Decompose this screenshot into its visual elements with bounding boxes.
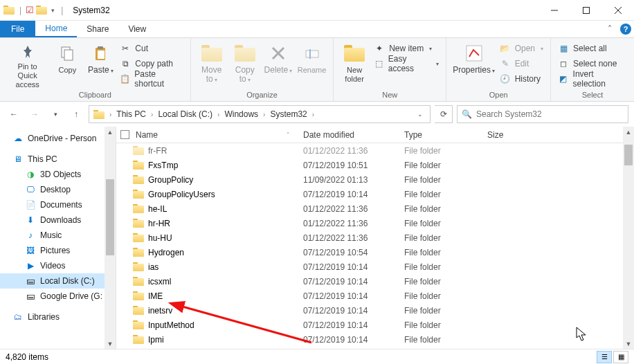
select-all-button[interactable]: ▦Select all: [555, 41, 630, 56]
open-button[interactable]: 📂Open▾: [497, 41, 546, 56]
paste-shortcut-button[interactable]: 📋Paste shortcut: [117, 71, 185, 87]
chevron-right-icon[interactable]: ›: [261, 111, 267, 118]
open-icon: 📂: [500, 43, 511, 54]
folder-icon: [133, 335, 144, 344]
nav-onedrive[interactable]: ☁OneDrive - Person: [0, 131, 116, 146]
table-row[interactable]: ias07/12/2019 10:14File folder: [116, 260, 634, 274]
nav-pictures[interactable]: 🖼Pictures: [0, 243, 116, 258]
table-row[interactable]: hu-HU01/12/2022 11:36File folder: [116, 230, 634, 245]
recent-locations-button[interactable]: ▾: [47, 106, 64, 122]
file-type: File folder: [397, 335, 480, 345]
nav-this-pc[interactable]: 🖥This PC: [0, 152, 116, 167]
forward-button[interactable]: →: [26, 106, 43, 122]
delete-button[interactable]: Delete▾: [262, 39, 295, 89]
table-row[interactable]: fr-FR01/12/2022 11:36File folder: [116, 143, 634, 158]
qat-checkbox-icon[interactable]: ☑: [26, 5, 34, 15]
invert-selection-button[interactable]: ◩Invert selection: [555, 71, 630, 87]
thumbnails-view-button[interactable]: ▦: [613, 351, 628, 363]
tab-file[interactable]: File: [0, 21, 35, 37]
tab-home[interactable]: Home: [35, 21, 77, 37]
chevron-right-icon[interactable]: ›: [149, 111, 155, 118]
breadcrumb-system32[interactable]: System32: [267, 109, 309, 119]
nav-scrollbar[interactable]: ▲ ▼: [105, 127, 116, 349]
tab-share[interactable]: Share: [77, 21, 118, 37]
column-date[interactable]: Date modified: [296, 127, 397, 143]
paste-button[interactable]: Paste▾: [84, 39, 117, 89]
column-type[interactable]: Type: [397, 127, 480, 143]
edit-button[interactable]: ✎Edit: [497, 56, 546, 71]
qat-dropdown-icon[interactable]: ▾: [49, 7, 57, 14]
table-row[interactable]: inetsrv07/12/2019 10:14File folder: [116, 303, 634, 318]
scroll-thumb[interactable]: [106, 179, 114, 255]
address-bar[interactable]: › This PC › Local Disk (C:) › Windows › …: [89, 105, 431, 123]
clipboard-group-label: Clipboard: [0, 89, 190, 101]
table-row[interactable]: icsxml07/12/2019 10:14File folder: [116, 274, 634, 289]
nav-libraries[interactable]: 🗂Libraries: [0, 309, 116, 325]
breadcrumb-local-disk[interactable]: Local Disk (C:): [155, 109, 215, 119]
onedrive-icon: ☁: [12, 133, 24, 144]
table-row[interactable]: FxsTmp07/12/2019 10:51File folder: [116, 158, 634, 172]
table-row[interactable]: InputMethod07/12/2019 10:14File folder: [116, 318, 634, 332]
copy-to-button[interactable]: Copy to▾: [228, 39, 262, 89]
file-date: 11/09/2022 01:13: [296, 175, 397, 185]
scroll-thumb[interactable]: [624, 145, 633, 165]
search-input[interactable]: [476, 109, 624, 119]
table-row[interactable]: GroupPolicyUsers07/12/2019 10:14File fol…: [116, 187, 634, 201]
search-box[interactable]: 🔍: [457, 105, 628, 123]
table-row[interactable]: Ipmi07/12/2019 10:14File folder: [116, 332, 634, 347]
table-row[interactable]: hr-HR01/12/2022 11:36File folder: [116, 216, 634, 230]
nav-videos[interactable]: ▶Videos: [0, 258, 116, 273]
column-size[interactable]: Size: [480, 127, 550, 143]
nav-documents[interactable]: 📄Documents: [0, 197, 116, 212]
properties-icon: [465, 42, 483, 64]
refresh-button[interactable]: ⟳: [435, 105, 453, 123]
file-date: 07/12/2019 10:14: [296, 335, 397, 345]
tab-view[interactable]: View: [118, 21, 156, 37]
nav-desktop[interactable]: 🖵Desktop: [0, 182, 116, 197]
chevron-right-icon[interactable]: ›: [107, 111, 114, 118]
qat-folder-icon[interactable]: [35, 4, 48, 17]
table-row[interactable]: he-IL01/12/2022 11:36File folder: [116, 201, 634, 216]
table-row[interactable]: GroupPolicy11/09/2022 01:13File folder: [116, 172, 634, 187]
properties-button[interactable]: Properties▾: [451, 39, 496, 89]
cut-button[interactable]: ✂Cut: [117, 41, 185, 56]
breadcrumb-this-pc[interactable]: This PC: [114, 109, 149, 119]
scroll-up-icon[interactable]: ▲: [105, 127, 116, 138]
breadcrumb-windows[interactable]: Windows: [221, 109, 261, 119]
rename-button[interactable]: Rename: [295, 39, 329, 89]
pin-to-quick-access-button[interactable]: Pin to Quick access: [4, 39, 51, 89]
history-button[interactable]: 🕘History: [497, 71, 546, 87]
maximize-button[interactable]: [570, 0, 602, 21]
up-button[interactable]: ↑: [68, 106, 84, 122]
scroll-down-icon[interactable]: ▼: [105, 338, 116, 349]
column-name[interactable]: Name˄: [116, 127, 296, 143]
chevron-right-icon[interactable]: ›: [215, 111, 221, 118]
nav-local-disk[interactable]: 🖴Local Disk (C:): [0, 273, 116, 289]
address-dropdown-button[interactable]: ⌄: [412, 106, 428, 122]
details-view-button[interactable]: ☰: [597, 351, 612, 363]
folder-icon: [133, 291, 144, 300]
nav-google-drive[interactable]: 🖴Google Drive (G:: [0, 289, 116, 304]
chevron-right-icon[interactable]: ›: [310, 111, 316, 118]
scroll-up-icon[interactable]: ▲: [623, 127, 634, 138]
table-row[interactable]: IME07/12/2019 10:14File folder: [116, 289, 634, 303]
nav-downloads[interactable]: ⬇Downloads: [0, 212, 116, 228]
close-button[interactable]: [602, 0, 634, 21]
table-row[interactable]: Hydrogen07/12/2019 10:54File folder: [116, 245, 634, 260]
move-to-button[interactable]: Move to▾: [195, 39, 228, 89]
new-folder-button[interactable]: New folder: [338, 39, 371, 89]
easy-access-button[interactable]: ⬚Easy access▾: [371, 56, 442, 71]
minimize-button[interactable]: [538, 0, 570, 21]
help-button[interactable]: ?: [617, 21, 634, 37]
copy-button[interactable]: Copy: [51, 39, 84, 89]
folder-icon: [133, 248, 144, 257]
nav-music[interactable]: ♪Music: [0, 228, 116, 243]
move-to-icon: [201, 42, 222, 64]
back-button[interactable]: ←: [6, 106, 22, 122]
ribbon-collapse-icon[interactable]: ˄: [602, 21, 617, 37]
nav-3d-objects[interactable]: ◑3D Objects: [0, 167, 116, 182]
scroll-down-icon[interactable]: ▼: [623, 338, 634, 349]
address-icon: [91, 110, 107, 119]
select-all-checkbox[interactable]: [120, 130, 129, 139]
list-scrollbar[interactable]: ▲ ▼: [623, 127, 634, 349]
